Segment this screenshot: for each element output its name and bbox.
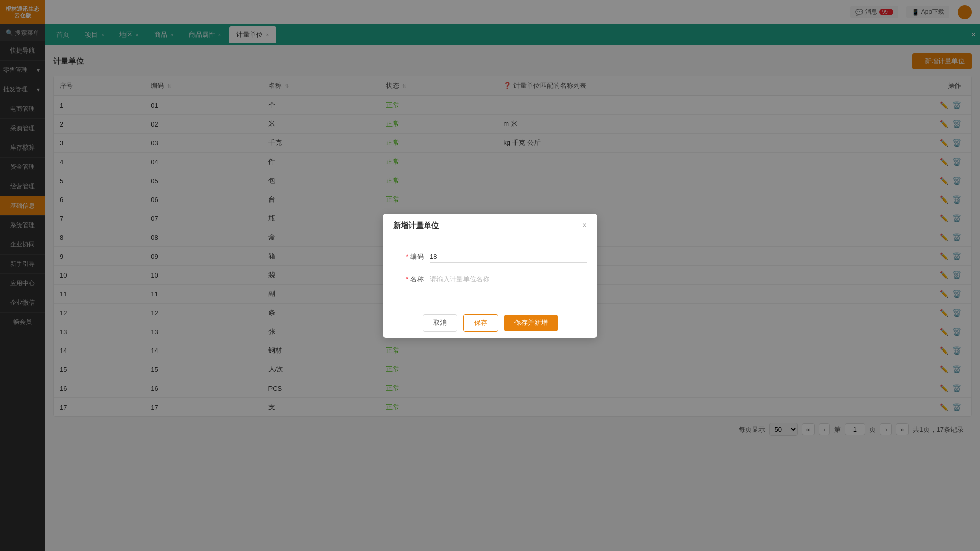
save-button[interactable]: 保存 — [463, 314, 498, 332]
modal-footer: 取消 保存 保存并新增 — [383, 308, 597, 338]
modal-overlay[interactable]: 新增计量单位 × 编码 名称 取消 保存 保存并新增 — [0, 0, 980, 551]
modal-close-button[interactable]: × — [582, 221, 587, 230]
modal-title: 新增计量单位 — [393, 221, 439, 231]
name-label: 名称 — [393, 274, 424, 284]
name-form-row: 名称 — [393, 273, 587, 285]
add-unit-modal: 新增计量单位 × 编码 名称 取消 保存 保存并新增 — [383, 214, 597, 338]
code-form-row: 编码 — [393, 251, 587, 263]
modal-body: 编码 名称 — [383, 238, 597, 308]
modal-header: 新增计量单位 × — [383, 214, 597, 238]
code-input[interactable] — [430, 251, 587, 263]
code-label: 编码 — [393, 252, 424, 261]
save-and-new-button[interactable]: 保存并新增 — [504, 315, 558, 331]
name-input[interactable] — [430, 273, 587, 285]
cancel-button[interactable]: 取消 — [423, 314, 457, 332]
